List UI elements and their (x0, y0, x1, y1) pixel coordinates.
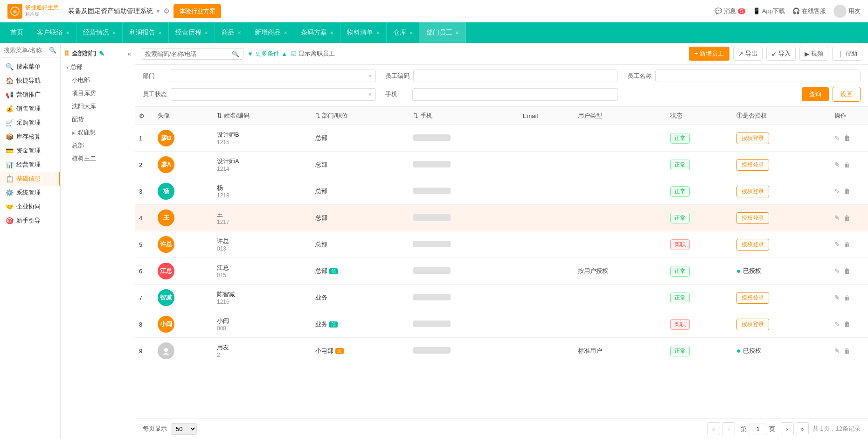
tab-goods-close[interactable]: ✕ (237, 30, 241, 35)
next-page-btn[interactable]: › (781, 422, 794, 435)
tab-operation[interactable]: 经营情况 ✕ (76, 22, 123, 43)
last-page-btn[interactable]: » (796, 422, 809, 435)
sidebar-item-guide[interactable]: 🎯新手引导 (0, 214, 60, 228)
tab-barcode-close[interactable]: ✕ (330, 30, 333, 35)
page-size-select[interactable]: 50 100 (171, 423, 197, 435)
dept-node-zhishu[interactable]: 植树王二 (61, 152, 135, 165)
dept-node-shenyang[interactable]: 沈阳大库 (61, 100, 135, 113)
first-page-btn[interactable]: « (707, 422, 720, 435)
dept-collapse-icon[interactable]: « (127, 50, 131, 57)
settings-icon[interactable]: ⚙ (163, 7, 170, 15)
tab-warehouse-close[interactable]: ✕ (409, 30, 413, 35)
tab-warehouse[interactable]: 仓库 ✕ (387, 22, 420, 43)
auth-btn[interactable]: 授权登录 (736, 212, 769, 224)
tab-home[interactable]: 首页 (4, 22, 30, 43)
edit-icon[interactable]: ✎ (834, 321, 840, 328)
auth-btn[interactable]: 授权登录 (736, 186, 769, 197)
sidebar-item-search[interactable]: 🔍搜索菜单 (0, 60, 60, 74)
edit-icon[interactable]: ✎ (834, 241, 840, 248)
delete-icon[interactable]: 🗑 (844, 188, 850, 195)
tab-bom-close[interactable]: ✕ (376, 30, 380, 35)
auth-btn[interactable]: 授权登录 (736, 319, 769, 330)
col-dept-pos[interactable]: ⇅ 部门/职位 (312, 107, 410, 125)
page-input[interactable] (749, 424, 767, 434)
delete-icon[interactable]: 🗑 (844, 294, 850, 301)
add-employee-btn[interactable]: + 新增员工 (689, 47, 729, 61)
export-btn[interactable]: ↗ 导出 (733, 47, 763, 61)
delete-icon[interactable]: 🗑 (844, 161, 850, 168)
tab-customer-close[interactable]: ✕ (66, 30, 69, 35)
sidebar-item-inventory[interactable]: 📦库存核算 (0, 130, 60, 144)
tab-bom[interactable]: 物料清单 ✕ (340, 22, 387, 43)
edit-icon[interactable]: ✎ (834, 267, 840, 275)
tab-profit[interactable]: 利润报告 ✕ (123, 22, 169, 43)
tab-new-goods-close[interactable]: ✕ (284, 30, 287, 35)
col-name-code[interactable]: ⇅ 姓名/编码 (213, 107, 312, 125)
tab-operation-close[interactable]: ✕ (112, 30, 116, 35)
sidebar-item-finance[interactable]: 💳资金管理 (0, 144, 60, 158)
sidebar-item-system[interactable]: ⚙️系统管理 (0, 186, 60, 200)
sidebar-item-marketing[interactable]: 📢营销推广 (0, 88, 60, 102)
dept-node-shuanglu[interactable]: ▶双鹿想 (61, 126, 135, 139)
sidebar-item-basic[interactable]: 📋基础信息 (0, 172, 60, 186)
search-input[interactable] (145, 50, 229, 57)
more-btn[interactable]: ｜ 帮助 (832, 47, 862, 61)
dept-node-peihuo[interactable]: 配货 (61, 113, 135, 126)
delete-icon[interactable]: 🗑 (844, 347, 850, 355)
dept-node-zongbu[interactable]: 总部 (61, 139, 135, 152)
app-download-btn[interactable]: 📱 App下载 (753, 7, 785, 15)
show-inactive[interactable]: ☑ 显示离职员工 (291, 49, 335, 58)
edit-icon[interactable]: ✎ (834, 161, 840, 168)
dept-node-root[interactable]: ▾总部 (61, 61, 135, 74)
edit-icon[interactable]: ✎ (834, 134, 840, 142)
delete-icon[interactable]: 🗑 (844, 267, 850, 275)
tab-history[interactable]: 经营历程 ✕ (169, 22, 215, 43)
trial-btn[interactable]: 体验行业方案 (174, 4, 221, 18)
edit-icon[interactable]: ✎ (834, 188, 840, 195)
tab-goods[interactable]: 商品 ✕ (215, 22, 248, 43)
filter-status-select[interactable]: ▾ (171, 88, 376, 101)
delete-icon[interactable]: 🗑 (844, 241, 850, 248)
sidebar-search-input[interactable] (4, 47, 46, 54)
delete-icon[interactable]: 🗑 (844, 214, 850, 222)
sidebar-item-collab[interactable]: 🤝企业协同 (0, 200, 60, 214)
auth-btn[interactable]: 授权登录 (736, 132, 769, 144)
edit-icon[interactable]: ✎ (834, 294, 840, 301)
tab-new-goods[interactable]: 新增商品 ✕ (248, 22, 294, 43)
prev-page-btn[interactable]: ‹ (722, 422, 735, 435)
sidebar-item-biz[interactable]: 📊经营管理 (0, 158, 60, 172)
auth-btn[interactable]: 授权登录 (736, 239, 769, 251)
user-btn[interactable]: 用友 (833, 5, 861, 18)
view-btn[interactable]: ▶ 视频 (799, 47, 828, 61)
filter-empname-input[interactable] (655, 70, 861, 82)
tab-profit-close[interactable]: ✕ (158, 30, 162, 35)
dept-node-project[interactable]: 项目库房 (61, 87, 135, 100)
tab-history-close[interactable]: ✕ (204, 30, 208, 35)
delete-icon[interactable]: 🗑 (844, 321, 850, 328)
auth-btn[interactable]: 授权登录 (736, 292, 769, 304)
delete-icon[interactable]: 🗑 (844, 134, 850, 142)
sidebar-item-shortcut[interactable]: 🏠快捷导航 (0, 74, 60, 88)
set-btn[interactable]: 设置 (833, 87, 861, 102)
tab-barcode[interactable]: 条码方案 ✕ (294, 22, 340, 43)
filter-dept-select[interactable]: ▾ (170, 70, 376, 82)
sidebar-item-purchase[interactable]: 🛒采购管理 (0, 116, 60, 130)
sidebar-item-sales[interactable]: 💰销售管理 (0, 102, 60, 116)
import-btn[interactable]: ↙ 导入 (766, 47, 796, 61)
edit-icon[interactable]: ✎ (834, 214, 840, 222)
filter-phone-input[interactable] (412, 88, 618, 101)
tab-employee[interactable]: 部门员工 ✕ (420, 22, 466, 43)
dept-node-small-elec[interactable]: 小电部 (61, 74, 135, 87)
tab-employee-close[interactable]: ✕ (455, 30, 459, 35)
tab-customer[interactable]: 客户联络 ✕ (30, 22, 76, 43)
filter-empcode-input[interactable] (413, 70, 618, 82)
auth-btn[interactable]: 授权登录 (736, 159, 769, 171)
message-btn[interactable]: 💬 消息 5 (715, 7, 745, 15)
edit-icon[interactable]: ✎ (834, 347, 840, 355)
col-settings[interactable]: ⚙ (135, 107, 154, 125)
dept-edit-icon[interactable]: ✎ (99, 50, 104, 57)
online-service-btn[interactable]: 🎧 在线客服 (792, 7, 826, 15)
filter-btn[interactable]: ▼ 更多条件 ▲ (247, 49, 287, 58)
query-btn[interactable]: 查询 (802, 87, 829, 101)
col-phone[interactable]: ⇅ 手机 (410, 107, 519, 125)
